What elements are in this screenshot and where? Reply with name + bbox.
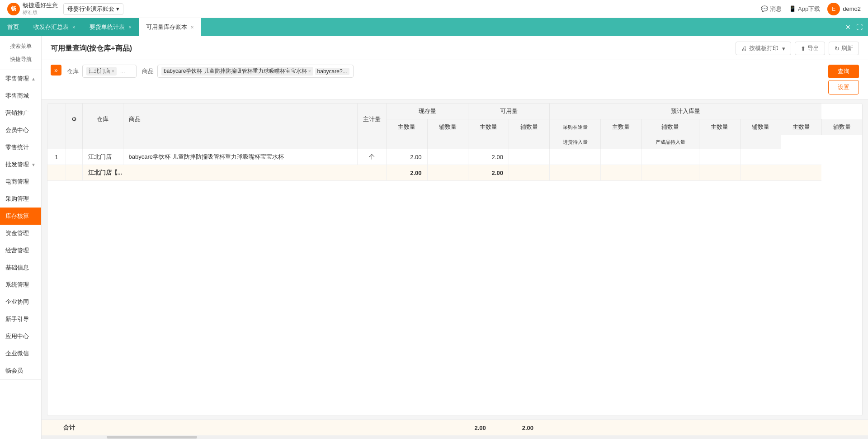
horizontal-scrollbar[interactable]	[42, 435, 868, 439]
warehouse-tags-area[interactable]: 江北门店 × ...	[82, 65, 137, 78]
tab-shoufa[interactable]: 收发存汇总表 ×	[26, 18, 82, 36]
sidebar-retail-stats-label: 零售统计	[5, 143, 29, 151]
footer-label: 合计	[63, 424, 75, 432]
top-bar-right: 💬 消息 📱 App下载 E demo2	[761, 3, 861, 15]
sidebar-item-member[interactable]: 会员中心	[0, 122, 41, 139]
home-tab-label: 首页	[7, 23, 19, 31]
tab-yaohuo[interactable]: 要货单统计表 ×	[82, 18, 138, 36]
app-download-button[interactable]: 📱 App下载	[789, 5, 820, 13]
th-empty-2	[66, 135, 82, 150]
message-icon: 💬	[761, 5, 768, 12]
th-empty-9	[509, 135, 549, 150]
product-tag-babycare: babycare学饮杯 儿童防摔防撞吸管杯重力球吸嘴杯宝宝水杯 ×	[161, 67, 313, 76]
subtotal-current-main: 2.00	[387, 165, 427, 181]
sidebar-item-quicknav[interactable]: 快捷导航	[0, 53, 41, 66]
th-available-group: 可用量	[468, 104, 549, 119]
th-current-aux: 辅数量	[427, 119, 468, 135]
refresh-button[interactable]: ↻ 刷新	[829, 42, 859, 55]
tab-shoufa-close[interactable]: ×	[72, 24, 75, 30]
sidebar-item-enterprise[interactable]: 企业协同	[0, 293, 41, 311]
scroll-thumb[interactable]	[107, 436, 197, 439]
sidebar-item-operations[interactable]: 经营管理	[0, 242, 41, 259]
row-current-main: 2.00	[387, 149, 427, 165]
main-layout: 搜索菜单 快捷导航 零售管理 ▲ 零售商城 营销推广 会员中心 零售统计 批发管…	[0, 36, 868, 439]
export-button[interactable]: ⬆ 导出	[795, 42, 825, 55]
table-row: 1 江北门店 babycare学饮杯 儿童防摔防撞吸管杯重力球吸嘴杯宝宝水杯 个…	[47, 149, 862, 165]
sidebar-item-enterprise-wechat[interactable]: 企业微信	[0, 345, 41, 362]
warehouse-filter-dots[interactable]: ...	[118, 68, 127, 75]
th-avail-main: 主数量	[468, 119, 509, 135]
th-settings[interactable]: ⚙	[66, 104, 82, 135]
row-avail-aux	[509, 149, 549, 165]
th-index	[47, 104, 66, 135]
expand-icon: »	[54, 66, 58, 74]
sidebar-item-inventory[interactable]: 库存核算	[0, 208, 41, 225]
page-title: 可用量查询(按仓库+商品)	[51, 44, 132, 53]
sidebar-item-marketing[interactable]: 营销推广	[0, 104, 41, 122]
sidebar-operations-label: 经营管理	[5, 246, 29, 255]
th-empty-12	[740, 135, 781, 150]
top-bar: 畅 畅捷通好生意 标准版 母婴行业演示账套 ▾ 💬 消息 📱 App下载 E d…	[0, 0, 868, 18]
sidebar-zero-retail-arrow: ▲	[31, 76, 36, 81]
download-icon: 📱	[789, 5, 796, 12]
th-current-stock-group: 现存量	[387, 104, 468, 119]
message-button[interactable]: 💬 消息	[761, 5, 782, 13]
sidebar-item-ecommerce[interactable]: 电商管理	[0, 173, 41, 190]
sidebar-item-retail-stats[interactable]: 零售统计	[0, 139, 41, 156]
sidebar-item-basic-info[interactable]: 基础信息	[0, 259, 41, 276]
sidebar-enterprise-wechat-label: 企业微信	[5, 349, 29, 358]
sidebar-item-system[interactable]: 系统管理	[0, 276, 41, 293]
sidebar-item-zero-retail[interactable]: 零售管理 ▲	[0, 70, 41, 87]
th-empty-8	[468, 135, 509, 150]
template-print-button[interactable]: 🖨 按模板打印 ▾	[736, 42, 791, 55]
th-avail-aux: 辅数量	[509, 119, 549, 135]
tab-keyongliang-close[interactable]: ×	[191, 24, 193, 30]
export-icon: ⬆	[801, 45, 806, 52]
top-bar-left: 畅 畅捷通好生意 标准版 母婴行业演示账套 ▾	[7, 2, 123, 16]
warehouse-tag-close[interactable]: ×	[112, 69, 114, 74]
sidebar-item-new-guide[interactable]: 新手引导	[0, 311, 41, 328]
sidebar-marketing-label: 营销推广	[5, 109, 29, 117]
subtotal-pt-aux	[600, 165, 641, 181]
expand-button[interactable]: »	[51, 65, 61, 76]
sidebar-item-batch[interactable]: 批发管理 ▼	[0, 156, 41, 173]
tab-keyongliang[interactable]: 可用量库存账本 ×	[139, 18, 201, 36]
sidebar-member2-label: 畅会员	[5, 367, 23, 375]
tab-yaohuo-close[interactable]: ×	[128, 24, 131, 30]
sidebar-item-app-center[interactable]: 应用中心	[0, 328, 41, 345]
user-area[interactable]: E demo2	[827, 3, 861, 15]
row-pt-aux	[600, 149, 641, 165]
tab-home[interactable]: 首页	[0, 18, 26, 36]
product-tag-name2: babycare?...	[317, 68, 347, 75]
subtotal-row: 江北门店【... 2.00 2.00	[47, 165, 862, 181]
avatar: E	[827, 3, 840, 15]
sidebar-item-purchase[interactable]: 采购管理	[0, 190, 41, 208]
table-footer: 合计 2.00 2.00	[42, 420, 868, 435]
row-warehouse: 江北门店	[82, 149, 123, 165]
sidebar-item-member2[interactable]: 畅会员	[0, 362, 41, 379]
query-button[interactable]: 查询	[828, 65, 859, 78]
th-empty-6	[387, 135, 427, 150]
th-purchase-transit-label: 采购在途量	[550, 119, 601, 135]
industry-selector[interactable]: 母婴行业演示账套 ▾	[63, 3, 123, 15]
footer-available-main: 2.00	[522, 425, 533, 431]
th-forecast-in-group: 预计入库量	[550, 104, 822, 119]
sidebar-item-search[interactable]: 搜索菜单	[0, 40, 41, 53]
sidebar-item-retail-mall[interactable]: 零售商城	[0, 87, 41, 104]
nav-expand-icon[interactable]: ⛶	[854, 22, 864, 33]
sidebar-item-finance[interactable]: 资金管理	[0, 225, 41, 242]
product-tag-close[interactable]: ×	[308, 69, 311, 74]
row-pp-aux	[699, 149, 740, 165]
content-area: 可用量查询(按仓库+商品) 🖨 按模板打印 ▾ ⬆ 导出 ↻ 刷新	[42, 36, 868, 439]
sidebar-top-section: 搜索菜单 快捷导航	[0, 36, 41, 70]
product-tags-area[interactable]: babycare学饮杯 儿童防摔防撞吸管杯重力球吸嘴杯宝宝水杯 × babyca…	[157, 65, 354, 78]
th-empty-3	[82, 135, 123, 150]
sidebar-enterprise-label: 企业协同	[5, 298, 29, 306]
message-label: 消息	[770, 5, 782, 13]
subtotal-fp-main	[740, 165, 781, 181]
nav-close-icon[interactable]: ✕	[844, 22, 853, 33]
subtotal-current-aux	[427, 165, 468, 181]
query-settings-panel: 查询 设置	[828, 65, 859, 94]
export-label: 导出	[807, 44, 819, 52]
settings-button[interactable]: 设置	[828, 80, 859, 94]
